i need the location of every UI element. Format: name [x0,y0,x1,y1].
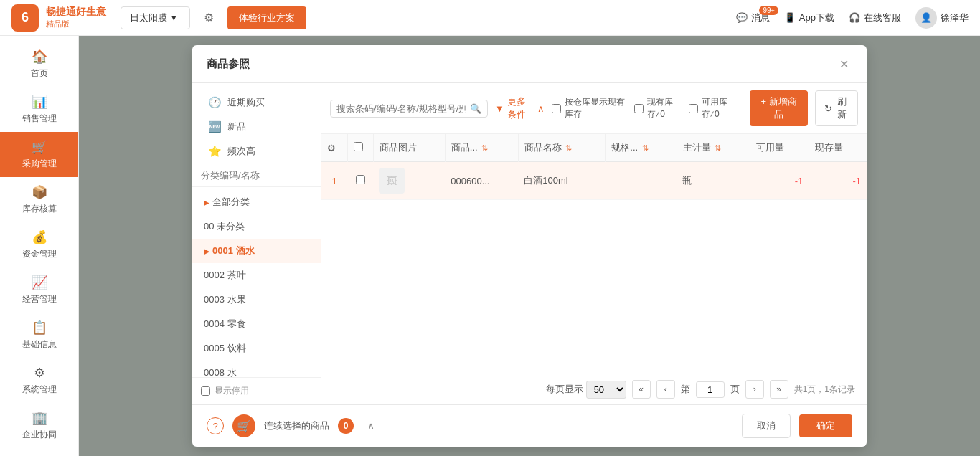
online-service-button[interactable]: 🎧 在线客服 [849,11,901,24]
expand-icon: ▶ [204,199,209,206]
warehouse-stock-filter[interactable]: 按仓库显示现有库存 [552,96,627,120]
category-item-0005[interactable]: 0005 饮料 [192,336,321,361]
sidebar-item-enterprise[interactable]: 🏢 企业协同 [0,403,78,448]
sidebar-item-inventory[interactable]: 📦 库存核算 [0,177,78,222]
category-search-input[interactable] [201,170,321,181]
col-spec: 规格... ⇅ [606,134,677,162]
page-number-input[interactable] [696,381,725,398]
modal-left-tabs: 🕐 近期购买 🆕 新品 ⭐ 频次高 [192,83,321,163]
user-profile-button[interactable]: 👤 徐泽华 [915,7,969,29]
row-unit-cell: 瓶 [677,162,750,200]
more-conditions-button[interactable]: ▼ 更多条件 ∧ [495,95,545,121]
page-size-select[interactable]: 10 20 50 100 [586,381,626,399]
product-search-icon[interactable]: 🔍 [470,103,481,114]
available-stock-filter[interactable]: 现有库存≠0 [634,96,682,120]
modal-right-panel: 🔍 ▼ 更多条件 ∧ 按仓库显示现有库存 [321,83,867,404]
tab-frequent[interactable]: ⭐ 频次高 [201,139,312,163]
category-item-0001[interactable]: ▶ 0001 酒水 [192,239,321,263]
sidebar-item-system[interactable]: ⚙ 系统管理 [0,358,78,403]
category-item-00[interactable]: 00 未分类 [192,214,321,239]
last-page-button[interactable]: » [770,380,788,399]
col-settings[interactable]: ⚙ [321,134,347,162]
help-button[interactable]: ? [207,417,224,434]
warehouse-dropdown[interactable]: 日太阳膜 ▾ [121,6,190,29]
row-checkbox[interactable] [356,175,365,184]
confirm-button[interactable]: 确定 [799,414,852,437]
available-stock-checkbox[interactable] [634,104,644,113]
finance-icon: 💰 [32,229,47,245]
cancel-button[interactable]: 取消 [742,414,791,438]
message-icon: 💬 [736,12,748,23]
selected-count-badge: 0 [338,418,354,434]
refresh-button[interactable]: ↻ 刷新 [815,90,858,126]
basic-icon: 📋 [32,320,47,336]
tab-new-products[interactable]: 🆕 新品 [201,115,312,139]
category-list: ▶ 全部分类 00 未分类 ▶ 0001 酒水 0002 茶 [192,187,321,377]
select-all-checkbox[interactable] [354,142,363,151]
footer-collapse-button[interactable]: ∧ [362,417,380,434]
new-icon: 🆕 [208,120,222,133]
sort-spec-icon[interactable]: ⇅ [642,143,649,152]
category-item-all[interactable]: ▶ 全部分类 [192,190,321,214]
trial-button[interactable]: 体验行业方案 [227,6,306,29]
tab-recent-purchase[interactable]: 🕐 近期购买 [201,90,312,115]
mobile-icon: 📱 [784,12,796,23]
settings-icon[interactable]: ⚙ [197,6,220,29]
sidebar-item-home[interactable]: 🏠 首页 [0,42,78,87]
prev-page-button[interactable]: ‹ [656,380,675,399]
message-button[interactable]: 💬 消息 99+ [736,11,770,24]
sort-code-icon[interactable]: ⇅ [481,143,488,152]
category-item-0004[interactable]: 0004 零食 [192,312,321,336]
usable-stock-filter[interactable]: 可用库存≠0 [689,96,736,120]
add-product-button[interactable]: + 新增商品 [750,90,808,126]
inventory-icon: 📦 [32,184,47,200]
category-search-box: 🔍 [192,163,321,187]
sidebar: 🏠 首页 📊 销售管理 🛒 采购管理 📦 库存核算 💰 资金管理 📈 经营管理 … [0,36,79,456]
star-icon: ⭐ [208,145,222,158]
avatar: 👤 [915,7,937,29]
col-code: 商品... ⇅ [445,134,518,162]
navbar-right: 💬 消息 99+ 📱 App下载 🎧 在线客服 👤 徐泽华 [736,7,969,29]
column-settings-icon: ⚙ [327,143,336,153]
usable-stock-checkbox[interactable] [689,104,698,113]
active-expand-icon: ▶ [204,247,209,255]
row-available-cell: -1 [750,162,809,200]
category-item-0002[interactable]: 0002 茶叶 [192,263,321,288]
sidebar-item-finance[interactable]: 💰 资金管理 [0,222,78,267]
modal-footer: ? 🛒 连续选择的商品 0 ∧ 取消 确定 [192,404,867,447]
sidebar-item-sales[interactable]: 📊 销售管理 [0,87,78,132]
clock-icon: 🕐 [208,96,222,109]
app-download-button[interactable]: 📱 App下载 [784,11,834,24]
table-row[interactable]: 1 🖼 000600... 白酒100ml [321,162,867,200]
warehouse-stock-checkbox[interactable] [552,104,561,113]
sort-unit-icon[interactable]: ⇅ [715,143,721,152]
row-checkbox-cell[interactable] [347,162,373,200]
modal-close-button[interactable]: ✕ [835,55,852,72]
show-disabled-row: 显示停用 [192,377,321,404]
next-page-button[interactable]: › [745,380,764,399]
filter-icon: ▼ [495,103,504,114]
product-search-input[interactable] [336,103,466,114]
cart-button[interactable]: 🛒 [232,414,255,437]
sidebar-item-purchase[interactable]: 🛒 采购管理 [0,132,78,177]
show-disabled-checkbox[interactable] [201,386,210,396]
col-available: 可用量 [750,134,809,162]
category-item-0003[interactable]: 0003 水果 [192,288,321,312]
first-page-button[interactable]: « [632,380,651,399]
system-icon: ⚙ [34,365,45,381]
enterprise-icon: 🏢 [32,410,47,426]
product-table: ⚙ 商品图片 [321,134,867,200]
sales-icon: 📊 [32,94,47,110]
operations-icon: 📈 [32,275,47,290]
modal-header: 商品参照 ✕ [192,45,867,83]
sidebar-item-guide[interactable]: 🎯 新手引导 [0,448,78,456]
headset-icon: 🎧 [849,12,860,23]
sidebar-item-basic[interactable]: 📋 基础信息 [0,313,78,358]
category-item-0008[interactable]: 0008 水 [192,361,321,377]
product-table-container: ⚙ 商品图片 [321,134,867,374]
sort-name-icon[interactable]: ⇅ [565,143,572,152]
col-checkbox[interactable] [347,134,373,162]
row-name-cell: 白酒100ml [518,162,606,200]
sidebar-item-operations[interactable]: 📈 经营管理 [0,267,78,313]
pagination: 每页显示 10 20 50 100 « ‹ 第 [321,374,867,404]
